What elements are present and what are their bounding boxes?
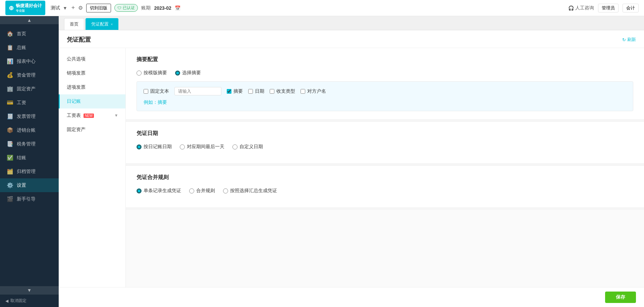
summary-config-box: 固定文本 摘要 日期 [137,81,633,111]
checkbox-summary[interactable]: 摘要 [227,88,243,94]
sidebar-item-report[interactable]: 📊 报表中心 [0,54,59,68]
top-bar-center: + ⚙ 切到旧版 🛡 已认证 账期 2023-02 📅 [71,4,564,12]
calendar-icon[interactable]: 📅 [175,5,180,11]
tab-home-label: 首页 [70,21,78,27]
tab-close-icon[interactable]: × [111,22,113,26]
nav-item-salary-table[interactable]: 工资表 NEW ▾ [59,108,125,123]
refresh-label: 刷新 [627,37,636,43]
dropdown-icon[interactable]: ▼ [63,5,67,11]
archive-icon: 🗂️ [7,168,13,175]
nav-item-journal-label: 日记账 [67,98,81,104]
radio-merge-rule[interactable]: 合并规则 [189,188,215,194]
save-button[interactable]: 保存 [605,292,636,303]
radio-single-record[interactable]: 单条记录生成凭证 [137,188,181,194]
example-text: 例如：摘要 [144,99,626,105]
new-badge: NEW [84,114,94,118]
sidebar-item-guide[interactable]: 🎬 新手引导 [0,192,59,206]
sidebar-item-label-close: 结账 [17,155,26,161]
checkbox-summary-input[interactable] [227,89,231,94]
radio-custom-date[interactable]: 自定义日期 [232,144,263,150]
invoice-icon: 🧾 [7,113,13,120]
tab-bar: 首页 凭证配置 × [59,16,644,30]
sidebar-item-salary[interactable]: 💳 工资 [0,96,59,109]
sidebar-item-close[interactable]: ✅ 结账 [0,151,59,165]
page-content: 凭证配置 ↻ 刷新 公共选项 销项发票 进项发票 [59,30,644,307]
content-area: 首页 凭证配置 × ✕ ⛶ 凭证配置 ↻ 刷新 [59,16,644,307]
sidebar-scroll-up[interactable]: ▲ [0,16,59,24]
report-icon: 📊 [7,58,13,64]
sidebar-item-invoice[interactable]: 🧾 发票管理 [0,109,59,123]
radio-merge-rule-input[interactable] [189,188,194,193]
nav-item-journal[interactable]: 日记账 [59,94,125,108]
checkbox-date-label: 日期 [255,88,264,94]
nav-item-public[interactable]: 公共选项 [59,52,125,66]
service-button[interactable]: 🎧 人工咨询 [568,5,594,11]
radio-custom-date-input[interactable] [232,144,237,149]
admin-button[interactable]: 管理员 [598,4,619,12]
checkbox-counterparty[interactable]: 对方户名 [301,88,326,94]
radio-period-last-input[interactable] [180,144,185,149]
tax-icon: 📑 [7,141,13,147]
date-radio-group: 按日记账日期 对应期间最后一天 自定义日期 [137,144,633,150]
radio-journal-date-input[interactable] [137,144,142,149]
settings-icon: ⚙️ [7,182,13,188]
radio-select-summary-input[interactable] [175,71,180,76]
tab-home[interactable]: 首页 [64,18,84,30]
period-value: 2023-02 [154,5,171,11]
refresh-button[interactable]: ↻ 刷新 [622,37,636,43]
top-bar: ⊕ 畅捷通好会计 专业版 测试 ▼ + ⚙ 切到旧版 🛡 已认证 账期 2023… [0,0,644,16]
sidebar-item-label-assets: 固定资产 [17,86,36,92]
checkbox-counterparty-input[interactable] [301,89,305,94]
radio-period-last[interactable]: 对应期间最后一天 [180,144,224,150]
refresh-icon: ↻ [622,37,626,42]
example-label: 例如：摘要 [144,99,167,105]
radio-template-summary-input[interactable] [137,71,142,76]
radio-single-record-label: 单条记录生成凭证 [144,188,181,194]
radio-select-merge-input[interactable] [223,188,228,193]
verified-badge: 🛡 已认证 [114,4,138,12]
checkbox-fixed-text[interactable]: 固定文本 [144,88,169,94]
radio-journal-date[interactable]: 按日记账日期 [137,144,172,150]
guide-icon: 🎬 [7,196,13,202]
sidebar-item-settings[interactable]: ⚙️ 设置 [0,178,59,192]
switch-old-btn[interactable]: 切到旧版 [86,4,111,12]
sidebar-item-assets[interactable]: 🏢 固定资产 [0,82,59,96]
accountant-button[interactable]: 会计 [623,4,639,12]
radio-template-summary[interactable]: 按模版摘要 [137,70,167,76]
sidebar-scroll-down[interactable]: ▼ [0,286,59,294]
checkbox-date-input[interactable] [248,89,253,94]
unpin-button[interactable]: ◀ 取消固定 [0,294,59,307]
tab-voucher-config[interactable]: 凭证配置 × [86,18,118,30]
checkbox-payment-type-input[interactable] [270,89,274,94]
settings-button[interactable]: ⚙ [78,5,83,11]
sidebar-item-ledger[interactable]: 📋 总账 [0,41,59,54]
nav-item-fixed-assets[interactable]: 固定资产 [59,123,125,137]
checkbox-fixed-text-input[interactable] [144,89,148,94]
sidebar-item-fund[interactable]: 💰 资金管理 [0,68,59,82]
sidebar-item-home[interactable]: 🏠 首页 [0,27,59,41]
chevron-down-icon: ▾ [115,113,117,118]
radio-select-summary[interactable]: 选择摘要 [175,70,201,76]
checkbox-payment-type[interactable]: 收支类型 [270,88,295,94]
sidebar-item-archive[interactable]: 🗂️ 归档管理 [0,165,59,178]
radio-period-last-label: 对应期间最后一天 [187,144,224,150]
nav-item-fixed-assets-label: 固定资产 [67,127,86,132]
nav-item-sales[interactable]: 销项发票 [59,66,125,80]
add-button[interactable]: + [71,4,75,11]
top-bar-right: 🎧 人工咨询 管理员 会计 [568,4,639,12]
company-name: 测试 [51,5,60,11]
checkbox-date[interactable]: 日期 [248,88,264,94]
radio-select-merge[interactable]: 按照选择汇总生成凭证 [223,188,277,194]
fixed-text-input[interactable] [174,87,221,95]
headset-icon: 🎧 [568,5,574,11]
checkbox-fixed-text-label: 固定文本 [150,88,169,94]
sidebar-item-purchase[interactable]: 📦 进销台账 [0,123,59,137]
nav-item-sales-label: 销项发票 [67,70,86,76]
close-accounts-icon: ✅ [7,155,13,161]
sidebar-item-tax[interactable]: 📑 税务管理 [0,137,59,151]
sidebar-item-label-purchase: 进销台账 [17,127,36,133]
nav-item-purchase-invoice[interactable]: 进项发票 [59,80,125,94]
radio-single-record-input[interactable] [137,188,142,193]
top-area: 首页 凭证配置 × ✕ ⛶ [59,16,644,30]
page-footer: 保存 [59,287,644,307]
